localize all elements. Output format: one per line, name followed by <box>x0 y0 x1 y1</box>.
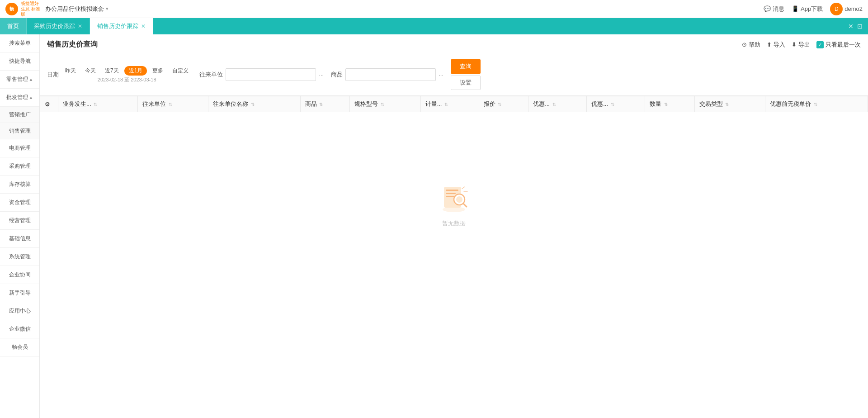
app-title-text: 办公用品行业模拟账套 <box>45 5 104 13</box>
query-button[interactable]: 查询 <box>451 59 481 74</box>
tab-home-label: 首页 <box>7 22 19 30</box>
date-btn-today[interactable]: 今天 <box>81 66 99 76</box>
help-label: 帮助 <box>749 41 760 49</box>
sidebar-item-member[interactable]: 畅会员 <box>0 338 39 356</box>
th-product-label: 商品 <box>305 100 317 107</box>
sidebar: 搜索菜单 快捷导航 零售管理 ▲ 批发管理 ▲ 营销推广 销售管理 电商管理 采… <box>0 34 40 418</box>
svg-rect-2 <box>446 190 458 191</box>
svg-line-8 <box>462 187 465 189</box>
page-title: 销售历史价查询 <box>47 40 98 49</box>
th-spec-label: 规格型号 <box>354 100 378 107</box>
sidebar-item-app-center[interactable]: 应用中心 <box>0 302 39 320</box>
th-discount1[interactable]: 优惠... ⇅ <box>528 96 587 112</box>
page-title-row: 销售历史价查询 ⊙ 帮助 ⬆ 导入 ⬇ 导出 ✓ <box>47 40 861 49</box>
settings-button[interactable]: 设置 <box>451 76 481 90</box>
import-label: 导入 <box>774 41 785 49</box>
sort-icon-counterparty-name: ⇅ <box>251 102 255 107</box>
sidebar-operation-label: 经营管理 <box>9 217 31 224</box>
app-download-action[interactable]: 📱 App下载 <box>792 5 823 13</box>
sidebar-item-guide[interactable]: 新手引导 <box>0 284 39 302</box>
sidebar-item-marketing[interactable]: 营销推广 <box>0 107 39 123</box>
product-search-icon[interactable]: ··· <box>439 71 443 78</box>
sidebar-item-finance[interactable]: 资金管理 <box>0 194 39 212</box>
th-pre-tax-price-label: 优惠前无税单价 <box>770 100 811 107</box>
empty-state: 暂无数据 <box>40 142 868 264</box>
sort-icon-counterparty: ⇅ <box>169 102 172 107</box>
th-spec[interactable]: 规格型号 ⇅ <box>350 96 420 112</box>
app-title[interactable]: 办公用品行业模拟账套 ▾ <box>45 5 760 13</box>
window-maximize-icon[interactable]: ⊡ <box>857 23 863 30</box>
action-buttons: 查询 设置 <box>451 59 481 90</box>
date-btn-week[interactable]: 近7天 <box>101 66 123 76</box>
main-layout: 搜索菜单 快捷导航 零售管理 ▲ 批发管理 ▲ 营销推广 销售管理 电商管理 采… <box>0 34 868 418</box>
page-header: 销售历史价查询 ⊙ 帮助 ⬆ 导入 ⬇ 导出 ✓ <box>40 34 868 96</box>
import-action[interactable]: ⬆ 导入 <box>767 41 785 49</box>
sidebar-item-quick-nav[interactable]: 快捷导航 <box>0 52 39 71</box>
sidebar-retail-label: 零售管理 <box>6 76 28 83</box>
tab-purchase[interactable]: 采购历史价跟踪 ✕ <box>27 18 90 34</box>
date-btn-yesterday[interactable]: 昨天 <box>61 66 80 76</box>
app-icon: 📱 <box>792 5 799 12</box>
sidebar-item-wholesale[interactable]: 批发管理 ▲ <box>0 89 39 107</box>
message-action[interactable]: 💬 消息 <box>764 5 784 13</box>
checkbox-label-text: 只看最后一次 <box>826 41 861 49</box>
tab-purchase-close-icon[interactable]: ✕ <box>78 24 82 29</box>
window-close-icon[interactable]: ✕ <box>848 23 854 30</box>
sidebar-item-system[interactable]: 系统管理 <box>0 248 39 266</box>
product-input[interactable] <box>345 68 436 81</box>
sidebar-item-basic[interactable]: 基础信息 <box>0 230 39 248</box>
sidebar-item-search[interactable]: 搜索菜单 <box>0 34 39 52</box>
sidebar-enterprise-label: 企业协同 <box>9 271 31 279</box>
user-menu[interactable]: D demo2 <box>830 3 863 15</box>
sidebar-item-retail[interactable]: 零售管理 ▲ <box>0 71 39 89</box>
counterparty-input[interactable] <box>226 68 316 81</box>
sidebar-basic-label: 基础信息 <box>9 235 31 242</box>
help-action[interactable]: ⊙ 帮助 <box>742 41 760 49</box>
sidebar-quick-nav-label: 快捷导航 <box>9 57 31 65</box>
sidebar-item-inventory[interactable]: 库存核算 <box>0 176 39 194</box>
table-body: 暂无数据 <box>40 112 868 293</box>
sort-icon-pre-tax-price: ⇅ <box>814 102 817 107</box>
tab-sales-close-icon[interactable]: ✕ <box>141 24 146 29</box>
counterparty-search-icon[interactable]: ··· <box>319 71 324 78</box>
date-btn-month[interactable]: 近1月 <box>124 66 147 76</box>
sidebar-item-sales-mgmt[interactable]: 销售管理 <box>0 123 39 139</box>
th-qty[interactable]: 数量 ⇅ <box>645 96 694 112</box>
sidebar-item-purchase[interactable]: 采购管理 <box>0 157 39 176</box>
th-unit[interactable]: 计量... ⇅ <box>420 96 479 112</box>
th-trade-type[interactable]: 交易类型 ⇅ <box>694 96 765 112</box>
date-btn-more[interactable]: 更多 <box>149 66 167 76</box>
export-action[interactable]: ⬇ 导出 <box>792 41 810 49</box>
date-btn-custom[interactable]: 自定义 <box>169 66 192 76</box>
sidebar-item-wechat[interactable]: 企业微信 <box>0 320 39 338</box>
sidebar-item-enterprise[interactable]: 企业协同 <box>0 266 39 284</box>
sort-icon-qty: ⇅ <box>664 102 668 107</box>
title-chevron-icon: ▾ <box>106 6 108 12</box>
logo-text: 畅捷通好生意 标准版 <box>21 1 42 17</box>
date-filter-group: 日期 昨天 今天 近7天 近1月 更多 自定义 2023-02-18 至 202… <box>47 66 192 83</box>
sidebar-member-label: 畅会员 <box>12 343 28 351</box>
th-discount2[interactable]: 优惠... ⇅ <box>587 96 645 112</box>
tab-sales-label: 销售历史价跟踪 <box>97 22 138 30</box>
th-pre-tax-price[interactable]: 优惠前无税单价 ⇅ <box>765 96 868 112</box>
sidebar-item-ecommerce[interactable]: 电商管理 <box>0 139 39 157</box>
date-range-text: 2023-02-18 至 2023-03-18 <box>98 76 156 83</box>
top-actions: 💬 消息 📱 App下载 D demo2 <box>764 3 863 15</box>
th-product[interactable]: 商品 ⇅ <box>300 96 349 112</box>
th-settings[interactable]: ⚙ <box>40 96 58 112</box>
retail-arrow-icon: ▲ <box>29 77 33 82</box>
sidebar-item-operation[interactable]: 经营管理 <box>0 212 39 230</box>
last-only-checkbox[interactable]: ✓ 只看最后一次 <box>816 41 861 49</box>
tab-sales[interactable]: 销售历史价跟踪 ✕ <box>90 18 153 34</box>
window-controls: ✕ ⊡ <box>843 23 868 30</box>
th-biz-date[interactable]: 业务发生... ⇅ <box>58 96 138 112</box>
app-download-label: App下载 <box>801 5 823 13</box>
th-counterparty-name[interactable]: 往来单位名称 ⇅ <box>208 96 300 112</box>
table-header: ⚙ 业务发生... ⇅ 往来单位 ⇅ 往来单位名称 ⇅ <box>40 96 868 112</box>
date-label: 日期 <box>47 71 59 79</box>
tab-home[interactable]: 首页 <box>0 18 27 34</box>
th-counterparty-name-label: 往来单位名称 <box>213 100 248 107</box>
th-biz-date-label: 业务发生... <box>63 100 91 107</box>
th-price[interactable]: 报价 ⇅ <box>479 96 528 112</box>
th-counterparty[interactable]: 往来单位 ⇅ <box>137 96 208 112</box>
